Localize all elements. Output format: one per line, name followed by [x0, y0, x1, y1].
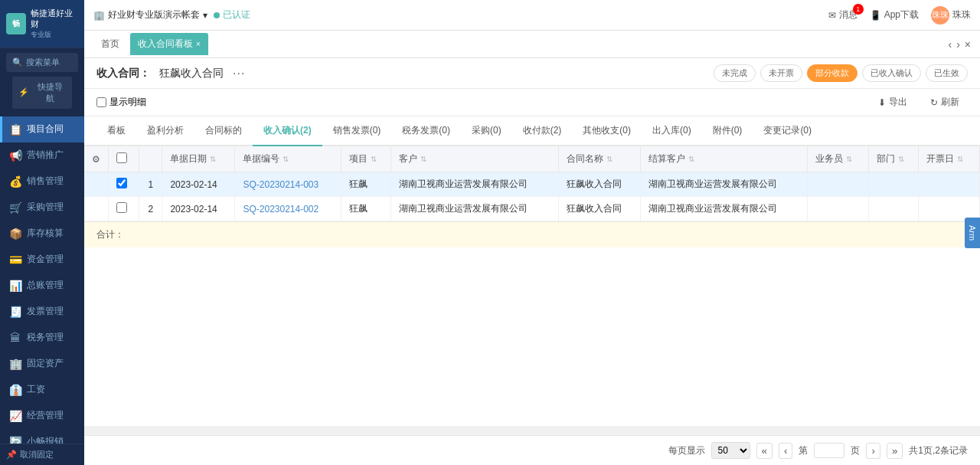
sidebar-item-库存核算[interactable]: 📦库存核算 [0, 221, 84, 247]
table-row[interactable]: 2 2023-02-14 SQ-20230214-002 狂飙 湖南卫视商业运营… [84, 197, 980, 221]
app-download-button[interactable]: 📱 App下载 [870, 8, 919, 21]
sidebar-item-label: 采购管理 [27, 201, 64, 214]
detail-tab-其他收支0[interactable]: 其他收支(0) [572, 116, 642, 146]
sidebar-item-销售管理[interactable]: 💰销售管理 [0, 169, 84, 195]
record-link[interactable]: SQ-20230214-002 [243, 204, 318, 214]
th-date[interactable]: 单据日期⇅ [162, 146, 235, 172]
messages-button[interactable]: ✉ 消息 1 [828, 8, 858, 21]
row-checkbox[interactable] [116, 202, 127, 213]
refresh-button[interactable]: ↻ 刷新 [922, 92, 968, 113]
sidebar-item-固定资产[interactable]: 🏢固定资产 [0, 351, 84, 377]
sidebar-item-小畅报销[interactable]: 🔄小畅报销 [0, 429, 84, 444]
sidebar-item-发票管理[interactable]: 🧾发票管理 [0, 299, 84, 325]
sidebar-item-label: 项目合同 [27, 123, 64, 136]
sidebar-item-税务管理[interactable]: 🏛税务管理 [0, 325, 84, 351]
quick-nav-area[interactable]: ⚡ 快捷导航 [0, 77, 84, 116]
td-end-customer: 湖南卫视商业运营发展有限公司 [640, 172, 807, 197]
select-all-checkbox[interactable] [116, 152, 127, 163]
sidebar: 畅 畅捷通好业财 专业版 🔍 搜索菜单 ⚡ 快捷导航 📋项目合同📢营销推广💰销售… [0, 0, 84, 465]
sidebar-item-总账管理[interactable]: 📊总账管理 [0, 273, 84, 299]
th-contract[interactable]: 合同名称⇅ [558, 146, 640, 172]
show-detail-checkbox[interactable] [96, 97, 106, 107]
show-detail-label: 显示明细 [109, 96, 146, 109]
tab-close-icon[interactable]: × [196, 40, 201, 48]
footer-label: 合计： [96, 229, 124, 240]
td-checkbox[interactable] [109, 172, 139, 197]
sidebar-search-area[interactable]: 🔍 搜索菜单 [0, 48, 84, 77]
tab-home[interactable]: 首页 [93, 33, 127, 55]
detail-tab-采购0[interactable]: 采购(0) [461, 116, 512, 146]
td-checkbox[interactable] [109, 197, 139, 221]
th-end-customer[interactable]: 结算客户⇅ [640, 146, 807, 172]
content-area: 收入合同： 狂飙收入合同 ··· 未完成未开票部分收款已收入确认已生效 显示明细… [84, 58, 980, 465]
more-options-button[interactable]: ··· [233, 67, 245, 80]
td-settings [84, 172, 109, 197]
detail-tab-收付款2[interactable]: 收付款(2) [512, 116, 573, 146]
th-salesperson[interactable]: 业务员⇅ [807, 146, 868, 172]
status-btn-已生效[interactable]: 已生效 [926, 64, 968, 82]
detail-tab-附件0[interactable]: 附件(0) [702, 116, 753, 146]
detail-tab-出入库0[interactable]: 出入库(0) [642, 116, 702, 146]
sidebar-item-经营管理[interactable]: 📈经营管理 [0, 403, 84, 429]
table-row[interactable]: 1 2023-02-14 SQ-20230214-003 狂飙 湖南卫视商业运营… [84, 172, 980, 197]
horizontal-scrollbar[interactable] [84, 426, 980, 435]
detail-tab-收入确认2[interactable]: 收入确认(2) [253, 116, 322, 146]
scrollbar-inner [84, 426, 980, 435]
status-btn-已收入确认[interactable]: 已收入确认 [862, 64, 921, 82]
sidebar-item-资金管理[interactable]: 💳资金管理 [0, 247, 84, 273]
sidebar-item-项目合同[interactable]: 📋项目合同 [0, 116, 84, 142]
th-invoice-date[interactable]: 开票日⇅ [919, 146, 980, 172]
row-checkbox[interactable] [116, 178, 127, 188]
page-number-input[interactable]: 1 [814, 443, 844, 458]
page-next-button[interactable]: › [866, 443, 880, 459]
tab-close-all-button[interactable]: × [965, 38, 971, 51]
data-table-area: ⚙ 单据日期⇅ 单据编号⇅ 项目⇅ 客户⇅ 合同名称⇅ 结算客户⇅ 业务员⇅ 部… [84, 146, 980, 426]
td-department [868, 172, 919, 197]
th-checkbox[interactable] [109, 146, 139, 172]
page-last-button[interactable]: » [887, 443, 903, 459]
sidebar-item-label: 库存核算 [27, 227, 64, 240]
sidebar-item-工资[interactable]: 👔工资 [0, 377, 84, 403]
status-btn-未完成[interactable]: 未完成 [714, 64, 756, 82]
th-number[interactable]: 单据编号⇅ [235, 146, 341, 172]
th-project[interactable]: 项目⇅ [341, 146, 391, 172]
status-btn-部分收款[interactable]: 部分收款 [807, 64, 858, 82]
search-icon: 🔍 [12, 57, 23, 67]
th-department[interactable]: 部门⇅ [868, 146, 919, 172]
sort-number-icon: ⇅ [283, 155, 289, 163]
detail-tab-盈利分析[interactable]: 盈利分析 [136, 116, 194, 146]
record-link[interactable]: SQ-20230214-003 [243, 179, 318, 190]
app-logo-text: 畅捷通好业财 专业版 [31, 8, 78, 40]
page-prev-button[interactable]: ‹ [779, 443, 792, 459]
page-size-select[interactable]: 2050100200 [711, 442, 750, 459]
company-selector[interactable]: 🏢 好业财专业版演示帐套 ▾ [93, 8, 207, 21]
nav-tab-bar: 首页 收入合同看板 × ‹ › × [84, 31, 980, 58]
toolbar: 显示明细 ⬇ 导出 ↻ 刷新 [84, 89, 980, 116]
sidebar-item-label: 发票管理 [27, 305, 64, 318]
detail-tab-合同标的[interactable]: 合同标的 [194, 116, 253, 146]
sidebar-item-采购管理[interactable]: 🛒采购管理 [0, 195, 84, 221]
sidebar-search-button[interactable]: 🔍 搜索菜单 [6, 53, 78, 72]
tab-income-contract[interactable]: 收入合同看板 × [130, 33, 208, 55]
sidebar-bottom-pin[interactable]: 📌 取消固定 [0, 444, 84, 465]
sidebar-logo: 畅 畅捷通好业财 专业版 [0, 0, 84, 48]
detail-tab-看板[interactable]: 看板 [96, 116, 136, 146]
user-avatar-area[interactable]: 珠珠 珠珠 [931, 6, 971, 25]
sidebar-item-label: 总账管理 [27, 279, 64, 292]
sidebar-item-营销推广[interactable]: 📢营销推广 [0, 142, 84, 169]
detail-tab-变更记录0[interactable]: 变更记录(0) [753, 116, 822, 146]
tab-prev-button[interactable]: ‹ [948, 38, 952, 51]
detail-tab-税务发票0[interactable]: 税务发票(0) [391, 116, 461, 146]
tab-next-button[interactable]: › [956, 38, 960, 51]
show-detail-checkbox-area[interactable]: 显示明细 [96, 96, 146, 109]
th-customer[interactable]: 客户⇅ [391, 146, 558, 172]
td-contract: 狂飙收入合同 [558, 172, 640, 197]
quick-nav-button[interactable]: ⚡ 快捷导航 [12, 77, 72, 109]
page-first-button[interactable]: « [756, 443, 773, 459]
th-settings[interactable]: ⚙ [84, 146, 109, 172]
arm-side-button[interactable]: Arm [965, 217, 980, 247]
sidebar-item-icon: 🏛 [8, 331, 22, 345]
export-button[interactable]: ⬇ 导出 [870, 92, 916, 113]
detail-tab-销售发票0[interactable]: 销售发票(0) [322, 116, 392, 146]
status-btn-未开票[interactable]: 未开票 [760, 64, 802, 82]
